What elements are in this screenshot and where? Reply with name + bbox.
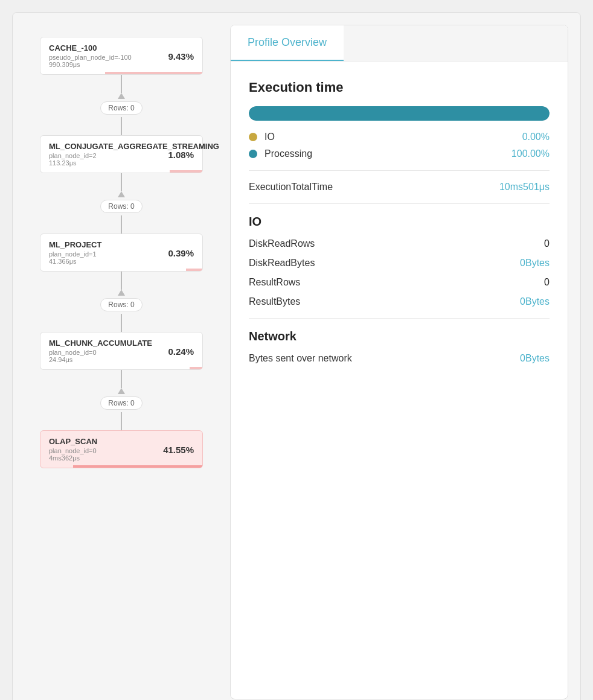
disk-read-rows-row: DiskReadRows 0 [249,238,550,249]
arrow-connector-4: Rows: 0 [100,370,142,430]
bytes-sent-row: Bytes sent over network 0Bytes [249,353,550,364]
legend-io: IO 0.00% [249,132,550,142]
execution-total-row: ExecutionTotalTime 10ms501μs [249,182,550,192]
processing-value: 100.00% [511,148,550,159]
execution-time-title: Execution time [249,80,550,95]
rows-badge-4: Rows: 0 [100,396,142,410]
result-rows-label: ResultRows [249,277,544,288]
node-percent-cache: 9.43% [168,51,194,61]
tab-secondary[interactable] [344,25,568,61]
node-bar-cache [105,72,202,74]
arrow-head-1 [118,93,125,99]
tab-profile-overview[interactable]: Profile Overview [231,25,344,61]
arrow-connector-2: Rows: 0 [100,173,142,234]
node-percent-ml-conjugate: 1.08% [168,149,194,159]
node-meta2-ml-project: 41.366μs [49,258,194,265]
arrow-head-4 [118,388,125,394]
node-card-ml-chunk[interactable]: ML_CHUNK_ACCUMULATE plan_node_id=0 24.94… [40,332,203,370]
disk-read-rows-value: 0 [544,238,550,249]
arrow-line-4 [121,370,122,388]
arrow-line-3 [121,272,122,290]
node-bar-ml-conjugate [170,170,202,173]
node-bar-olap-scan [73,465,202,468]
node-percent-olap-scan: 41.55% [163,444,194,454]
arrow-line-3b [121,314,122,332]
processing-label: Processing [264,148,511,159]
node-card-cache[interactable]: CACHE_-100 pseudo_plan_node_id=-100 990.… [40,37,203,75]
node-meta2-olap-scan: 4ms362μs [49,454,194,462]
rows-badge-3: Rows: 0 [100,298,142,311]
result-bytes-value: 0Bytes [520,296,550,307]
arrow-connector-1: Rows: 0 [100,75,142,135]
network-section-title: Network [249,329,550,343]
node-percent-ml-project: 0.39% [168,247,194,258]
node-bar-ml-project [186,269,202,271]
execution-total-label: ExecutionTotalTime [249,182,499,192]
result-bytes-row: ResultBytes 0Bytes [249,296,550,307]
arrow-line-4b [121,412,122,430]
main-container: CACHE_-100 pseudo_plan_node_id=-100 990.… [12,12,581,700]
node-bar-ml-chunk [190,367,202,369]
progress-bar-container [249,106,550,121]
disk-read-bytes-label: DiskReadBytes [249,258,520,269]
profile-content: Execution time IO 0.00% Processing 100.0… [231,62,568,390]
disk-read-rows-label: DiskReadRows [249,238,544,249]
arrow-head-2 [118,191,125,197]
result-rows-row: ResultRows 0 [249,277,550,288]
rows-badge-1: Rows: 0 [100,101,142,115]
io-label: IO [264,132,522,142]
node-meta2-ml-conjugate: 113.23μs [49,159,194,167]
node-card-ml-conjugate[interactable]: ML_CONJUGATE_AGGREGATE_STREAMING plan_no… [40,135,203,173]
arrow-head-3 [118,290,125,296]
arrow-line-1b [121,117,122,135]
left-panel: CACHE_-100 pseudo_plan_node_id=-100 990.… [25,25,218,699]
divider-1 [249,170,550,171]
arrow-connector-3: Rows: 0 [100,272,142,332]
tabs-bar: Profile Overview [231,25,568,62]
node-percent-ml-chunk: 0.24% [168,346,194,356]
right-panel: Profile Overview Execution time IO 0.00%… [230,25,568,699]
disk-read-bytes-row: DiskReadBytes 0Bytes [249,258,550,269]
io-section-title: IO [249,215,550,229]
arrow-line-2 [121,173,122,191]
disk-read-bytes-value: 0Bytes [520,258,550,269]
divider-2 [249,203,550,204]
execution-total-value: 10ms501μs [499,182,550,192]
result-bytes-label: ResultBytes [249,296,520,307]
result-rows-value: 0 [544,277,550,288]
io-dot [249,133,257,141]
node-meta2-ml-chunk: 24.94μs [49,356,194,363]
bytes-sent-value: 0Bytes [520,353,550,364]
node-card-ml-project[interactable]: ML_PROJECT plan_node_id=1 41.366μs 0.39% [40,234,203,272]
processing-dot [249,150,257,158]
node-card-olap-scan[interactable]: OLAP_SCAN plan_node_id=0 4ms362μs 41.55% [40,430,203,468]
progress-bar-fill [249,106,550,121]
divider-3 [249,318,550,319]
legend-processing: Processing 100.00% [249,148,550,159]
bytes-sent-label: Bytes sent over network [249,353,520,364]
io-value: 0.00% [522,132,550,142]
arrow-line-2b [121,215,122,234]
rows-badge-2: Rows: 0 [100,200,142,213]
arrow-line-1 [121,75,122,93]
node-meta2-cache: 990.309μs [49,61,194,68]
